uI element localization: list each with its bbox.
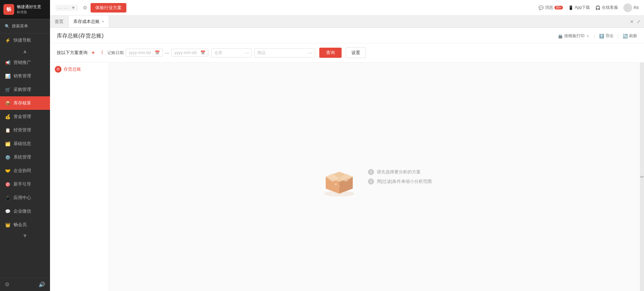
sidebar-nav: ⚡ 快捷导航 ▲ 📢 营销推广 📊 销售管理 🛒 采购管理 📦 库存核算 💰 资… — [0, 33, 50, 277]
export-label: 导出 — [605, 33, 614, 39]
message-action[interactable]: 💬 消息 99+ — [539, 5, 563, 10]
sidebar-item-wechat[interactable]: 💬 企业微信 — [0, 204, 50, 218]
sidebar-item-label: 畅会员 — [14, 222, 27, 228]
sales-icon: 📊 — [5, 73, 11, 79]
sidebar-item-inventory[interactable]: 📦 库存核算 — [0, 96, 50, 110]
svg-point-6 — [335, 183, 337, 185]
filter-bar: 按以下方案查询 + 《 记账日期 yyyy-mm-dd 📅 — yyyy-mm-… — [50, 43, 644, 63]
sidebar-item-label: 新手引导 — [14, 181, 31, 187]
print-dropdown-icon[interactable]: ▼ — [586, 34, 590, 39]
user-name: Rit — [634, 5, 639, 10]
app-name: 畅捷通好生意 — [17, 4, 41, 10]
sidebar-item-finance[interactable]: 💰 资金管理 — [0, 110, 50, 123]
empty-illustration — [317, 156, 358, 197]
message-icon: 💬 — [539, 5, 544, 10]
sidebar-item-collab[interactable]: 🤝 企业协同 — [0, 164, 50, 177]
search-menu-button[interactable]: 🔍 搜索菜单 — [3, 22, 47, 30]
refresh-label: 刷新 — [629, 33, 637, 39]
scheme-item-label: 存货总账 — [64, 66, 81, 72]
tab-active-label: 库存成本总账 — [73, 19, 100, 25]
printer-icon: 🖨️ — [558, 34, 563, 39]
chevron-up-icon: ▲ — [22, 48, 28, 54]
calendar-icon-end: 📅 — [200, 50, 205, 55]
tab-inventory-ledger[interactable]: 库存成本总账 × — [69, 16, 109, 27]
sidebar-item-label: 经营管理 — [14, 127, 31, 133]
appstore-icon: 📱 — [5, 195, 11, 201]
quicknav-icon: ⚡ — [5, 37, 11, 43]
sidebar-item-vip[interactable]: 👑 畅会员 — [0, 218, 50, 232]
system-icon: ⚙️ — [5, 154, 11, 160]
sidebar-item-guide[interactable]: 🎯 新手引导 — [0, 177, 50, 191]
date-separator: — — [165, 50, 169, 55]
message-label: 消息 — [545, 5, 553, 10]
date-start-input[interactable]: yyyy-mm-dd 📅 — [126, 49, 163, 57]
right-collapse-handle[interactable]: ❯ — [640, 63, 644, 291]
warehouse-filter[interactable]: 仓库 ··· — [211, 48, 252, 57]
sidebar-item-label: 销售管理 — [14, 73, 31, 79]
scheme-item-inventory[interactable]: 存 存货总账 — [50, 63, 109, 76]
filter-settings-button[interactable]: 设置 — [346, 47, 366, 58]
refresh-action[interactable]: 🔄 刷新 — [623, 33, 637, 39]
app-download-action[interactable]: 📱 App下载 — [568, 5, 590, 10]
scroll-down-btn[interactable]: ▼ — [0, 232, 50, 240]
operation-icon: 📋 — [5, 127, 11, 133]
main-area: — — ▼ ⚙ 体验行业方案 💬 消息 99+ 📱 App下载 🎧 在线客服 R… — [50, 0, 644, 291]
sidebar-item-quicknav[interactable]: ⚡ 快捷导航 — [0, 33, 50, 47]
date-end-input[interactable]: yyyy-mm-dd 📅 — [171, 49, 208, 57]
export-action[interactable]: ⬆️ 导出 — [599, 33, 614, 39]
refresh-icon: 🔄 — [623, 34, 628, 39]
query-button[interactable]: 查询 — [319, 48, 342, 58]
app-sub: 标准版 — [17, 10, 41, 15]
empty-state: 1 请先选择要分析的方案 2 用[过滤]条件来缩小分析范围 — [317, 156, 432, 197]
industry-solution-button[interactable]: 体验行业方案 — [91, 3, 126, 13]
filter-collapse-button[interactable]: 《 — [99, 50, 103, 56]
sound-icon[interactable]: 🔊 — [39, 281, 45, 288]
sidebar-item-label: 基础信息 — [14, 141, 31, 147]
sidebar-item-label: 系统管理 — [14, 154, 31, 160]
headset-icon: 🎧 — [595, 5, 600, 10]
sidebar-item-basic[interactable]: 🗂️ 基础信息 — [0, 137, 50, 150]
sidebar-item-system[interactable]: ⚙️ 系统管理 — [0, 150, 50, 164]
online-service-action[interactable]: 🎧 在线客服 — [595, 5, 618, 10]
scheme-item-icon: 存 — [55, 66, 61, 73]
marketing-icon: 📢 — [5, 59, 11, 66]
tab-close-icon[interactable]: × — [102, 19, 104, 24]
scroll-up-btn[interactable]: ▲ — [0, 47, 50, 56]
sidebar-item-purchase[interactable]: 🛒 采购管理 — [0, 83, 50, 96]
sidebar-item-label: 采购管理 — [14, 87, 31, 93]
tip-text-2: 用[过滤]条件来缩小分析范围 — [377, 178, 432, 185]
print-template-label: 按模板打印 — [564, 33, 585, 39]
sidebar-search-area[interactable]: 🔍 搜索菜单 — [0, 19, 50, 33]
sidebar-item-label: 应用中心 — [14, 195, 31, 201]
page-header: 库存总账(存货总账) 🖨️ 按模板打印 ▼ | ⬆️ 导出 | 🔄 刷新 — [50, 28, 644, 43]
app-title: 畅捷通好生意 标准版 — [17, 4, 41, 15]
online-service-label: 在线客服 — [602, 5, 618, 10]
print-template-action[interactable]: 🖨️ 按模板打印 ▼ — [558, 33, 590, 39]
topbar-settings-icon[interactable]: ⚙ — [83, 5, 87, 11]
sidebar-item-appstore[interactable]: 📱 应用中心 — [0, 191, 50, 204]
tab-expand-icon[interactable]: ⤢ — [637, 19, 641, 24]
sidebar: 畅 畅捷通好生意 标准版 🔍 搜索菜单 ⚡ 快捷导航 ▲ 📢 营销推广 📊 销售… — [0, 0, 50, 291]
tab-home[interactable]: 首页 — [50, 16, 69, 27]
breadcrumb-dropdown-icon[interactable]: ▼ — [71, 5, 75, 10]
collapse-icon: ❯ — [640, 175, 644, 178]
tab-close-all-icon[interactable]: ✕ — [630, 19, 634, 24]
page-actions: 🖨️ 按模板打印 ▼ | ⬆️ 导出 | 🔄 刷新 — [558, 33, 637, 39]
date-end-placeholder: yyyy-mm-dd — [174, 50, 196, 55]
tip-num-1: 1 — [368, 169, 374, 175]
empty-tip-2: 2 用[过滤]条件来缩小分析范围 — [368, 178, 432, 185]
sidebar-item-operation[interactable]: 📋 经营管理 — [0, 123, 50, 137]
settings-icon[interactable]: ⚙ — [5, 281, 9, 288]
warehouse-label: 仓库 — [214, 50, 222, 56]
filter-add-button[interactable]: + — [92, 50, 95, 56]
main-empty-area: 1 请先选择要分析的方案 2 用[过滤]条件来缩小分析范围 — [109, 63, 640, 291]
user-area[interactable]: Rit — [623, 3, 639, 12]
product-filter[interactable]: 商品 ··· — [254, 48, 315, 57]
scheme-sidebar: 存 存货总账 — [50, 63, 109, 291]
sidebar-item-sales[interactable]: 📊 销售管理 — [0, 69, 50, 83]
sidebar-item-marketing[interactable]: 📢 营销推广 — [0, 56, 50, 69]
export-icon: ⬆️ — [599, 34, 604, 39]
vip-icon: 👑 — [5, 222, 11, 228]
tabbar-right-actions: ✕ ⤢ — [626, 19, 644, 24]
basic-icon: 🗂️ — [5, 141, 11, 147]
